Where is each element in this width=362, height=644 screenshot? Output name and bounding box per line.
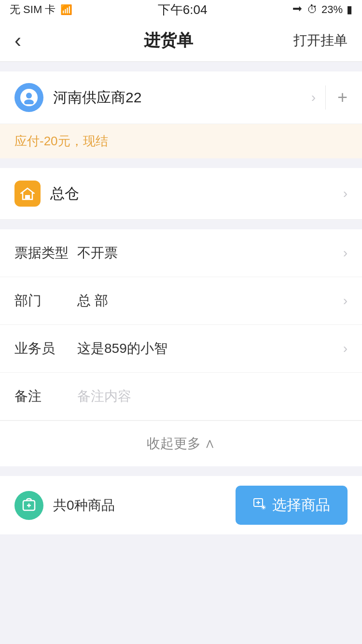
svg-point-1 xyxy=(24,99,34,104)
status-left: 无 SIM 卡 📶 xyxy=(10,2,72,17)
carrier-text: 无 SIM 卡 xyxy=(10,2,56,17)
cart-add-icon xyxy=(253,497,266,510)
invoice-row[interactable]: 票据类型 不开票 › xyxy=(0,229,362,277)
warehouse-name: 总仓 xyxy=(50,184,343,204)
supplier-add-button[interactable]: + xyxy=(337,87,348,108)
warehouse-card: 总仓 › xyxy=(0,168,362,220)
notice-banner: 应付-20元，现结 xyxy=(0,124,362,158)
cart-icon xyxy=(21,498,37,513)
battery-icon: ▮ xyxy=(347,3,352,16)
back-button[interactable]: ‹ xyxy=(14,29,43,52)
warehouse-row[interactable]: 总仓 › xyxy=(0,168,362,220)
notice-text: 应付-20元，现结 xyxy=(14,134,108,148)
collapse-button[interactable]: 收起更多 ∧ xyxy=(0,420,362,466)
dept-chevron-icon: › xyxy=(343,293,348,308)
product-bar: 共0种商品 选择商品 xyxy=(0,476,362,534)
section-gap-1 xyxy=(0,62,362,71)
battery-text: 23% xyxy=(321,3,343,16)
supplier-row[interactable]: 河南供应商22 › + xyxy=(0,71,362,124)
open-pending-button[interactable]: 打开挂单 xyxy=(293,31,348,50)
status-right: ⮕ ⏱ 23% ▮ xyxy=(292,3,352,16)
section-gap-4 xyxy=(0,466,362,476)
remark-placeholder: 备注内容 xyxy=(77,387,348,406)
home-icon xyxy=(20,186,35,201)
remark-row[interactable]: 备注 备注内容 xyxy=(0,373,362,420)
dept-value: 总 部 xyxy=(77,292,343,310)
location-icon: ⮕ xyxy=(292,3,303,16)
supplier-avatar-inner xyxy=(20,89,38,106)
nav-bar: ‹ 进货单 打开挂单 xyxy=(0,19,362,62)
form-card: 票据类型 不开票 › 部门 总 部 › 业务员 这是859的小智 › 备注 备注… xyxy=(0,229,362,466)
back-icon: ‹ xyxy=(14,29,21,52)
supplier-card: 河南供应商22 › + 应付-20元，现结 xyxy=(0,71,362,158)
invoice-value: 不开票 xyxy=(77,244,343,262)
svg-point-0 xyxy=(26,93,32,98)
supplier-name: 河南供应商22 xyxy=(53,88,311,108)
wifi-icon: 📶 xyxy=(60,4,72,15)
select-product-icon xyxy=(253,497,266,514)
select-product-label: 选择商品 xyxy=(272,495,330,515)
user-icon xyxy=(22,91,36,104)
page-content: 河南供应商22 › + 应付-20元，现结 总仓 › 票据类型 xyxy=(0,62,362,644)
salesman-chevron-icon: › xyxy=(343,341,348,356)
remark-label: 备注 xyxy=(14,387,77,406)
status-bar: 无 SIM 卡 📶 下午6:04 ⮕ ⏱ 23% ▮ xyxy=(0,0,362,19)
dept-label: 部门 xyxy=(14,292,77,310)
status-time: 下午6:04 xyxy=(158,1,208,18)
section-gap-3 xyxy=(0,220,362,229)
invoice-label: 票据类型 xyxy=(14,244,77,262)
supplier-divider xyxy=(325,85,326,110)
warehouse-chevron-icon: › xyxy=(343,186,348,201)
section-gap-2 xyxy=(0,158,362,168)
supplier-avatar xyxy=(14,83,43,112)
salesman-row[interactable]: 业务员 这是859的小智 › xyxy=(0,325,362,373)
salesman-label: 业务员 xyxy=(14,339,77,358)
select-product-button[interactable]: 选择商品 xyxy=(236,486,348,525)
warehouse-icon xyxy=(14,181,41,207)
supplier-chevron-icon: › xyxy=(311,90,316,105)
invoice-chevron-icon: › xyxy=(343,245,348,261)
svg-rect-3 xyxy=(25,195,30,199)
salesman-value: 这是859的小智 xyxy=(77,339,343,358)
product-icon xyxy=(14,491,43,520)
alarm-icon: ⏱ xyxy=(307,3,318,16)
product-count: 共0种商品 xyxy=(53,496,236,515)
dept-row[interactable]: 部门 总 部 › xyxy=(0,277,362,325)
page-title: 进货单 xyxy=(144,29,193,52)
